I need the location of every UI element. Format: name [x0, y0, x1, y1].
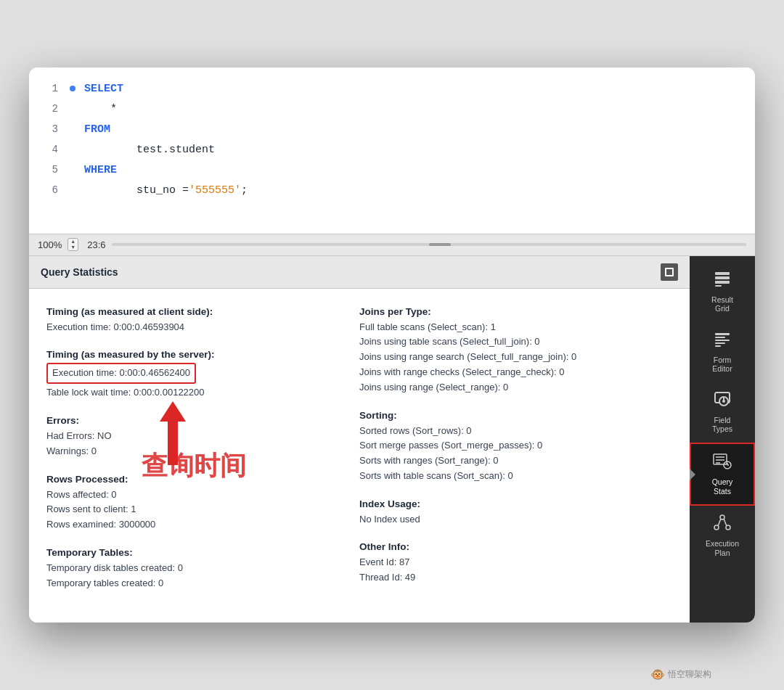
temp-tables-created: Temporary tables created: 0 — [46, 576, 342, 591]
line-number-1: 1 — [41, 81, 58, 96]
code-line-3: 3 FROM — [29, 120, 755, 140]
code-semicolon: ; — [241, 182, 248, 200]
svg-line-24 — [724, 519, 727, 526]
errors-warnings: Warnings: 0 — [46, 444, 342, 459]
svg-line-23 — [718, 519, 721, 526]
keyword-where: WHERE — [84, 162, 117, 179]
sorting-ranges: Sorts with ranges (Sort_range): 0 — [359, 453, 655, 469]
stats-joins: Joins per Type: Full table scans (Select… — [359, 306, 672, 395]
scrollbar-thumb[interactable] — [429, 243, 451, 246]
zoom-up[interactable]: ▲ — [68, 239, 78, 245]
keyword-from: FROM — [84, 121, 110, 139]
svg-rect-1 — [715, 276, 730, 279]
exec-plan-icon — [714, 514, 731, 535]
execution-time-highlight-box: Execution time: 0:00:0.46562400 — [46, 363, 196, 384]
svg-rect-6 — [715, 340, 730, 341]
active-indicator — [690, 469, 695, 480]
field-types-label: FieldTypes — [712, 416, 732, 434]
zoom-level: 100% — [38, 239, 62, 250]
index-title: Index Usage: — [359, 498, 655, 509]
sidebar-item-form-editor[interactable]: FormEditor — [690, 322, 755, 382]
code-editor[interactable]: 1 SELECT 2 * 3 FROM 4 test.student 5 WH — [29, 67, 755, 234]
stats-index-usage: Index Usage: No Index used — [359, 498, 672, 527]
joins-range-search: Joins using range search (Select_full_ra… — [359, 350, 655, 365]
panel-toggle-button[interactable] — [661, 263, 678, 281]
code-line-5: 5 WHERE — [29, 160, 755, 181]
stats-timing-server: Timing (as measured by the server): Exec… — [46, 349, 359, 401]
code-line-6: 6 stu_no = '555555'; — [29, 181, 755, 201]
main-content-area: Query Statistics Timing (as measured at … — [29, 256, 755, 623]
right-sidebar: ResultGrid FormEditor — [690, 256, 755, 623]
stats-right-column: Joins per Type: Full table scans (Select… — [359, 306, 672, 606]
temp-tables-title: Temporary Tables: — [46, 547, 342, 558]
index-no-index: No Index used — [359, 512, 655, 527]
sidebar-item-result-grid[interactable]: ResultGrid — [690, 262, 755, 322]
line-number-6: 6 — [41, 182, 58, 198]
line-number-3: 3 — [41, 121, 58, 137]
line-number-5: 5 — [41, 162, 58, 178]
result-grid-icon — [714, 271, 731, 291]
joins-range-check: Joins with range checks (Select_range_ch… — [359, 365, 655, 380]
query-stats-label: QueryStats — [712, 477, 733, 496]
result-grid-label: ResultGrid — [711, 295, 733, 313]
execution-plan-label: ExecutionPlan — [706, 539, 739, 557]
svg-rect-0 — [715, 272, 730, 275]
rows-examined: Rows examined: 3000000 — [46, 517, 342, 533]
stats-panel-title: Query Statistics — [41, 266, 118, 278]
sorting-table-scans: Sorts with table scans (Sort_scan): 0 — [359, 469, 655, 484]
stats-body: Timing (as measured at client side): Exe… — [29, 289, 690, 623]
zoom-stepper[interactable]: ▲ ▼ — [68, 238, 78, 251]
timing-client-exec: Execution time: 0:00:0.46593904 — [46, 320, 342, 335]
svg-rect-5 — [715, 337, 725, 338]
form-editor-label: FormEditor — [712, 356, 732, 374]
errors-title: Errors: — [46, 415, 342, 426]
other-event-id: Event Id: 87 — [359, 555, 655, 570]
stats-panel-header: Query Statistics — [29, 256, 690, 289]
sidebar-item-execution-plan[interactable]: ExecutionPlan — [690, 506, 755, 566]
timing-server-lock: Table lock wait time: 0:00:0.00122200 — [46, 385, 342, 401]
stats-sorting: Sorting: Sorted rows (Sort_rows): 0 Sort… — [359, 410, 672, 484]
horizontal-scrollbar[interactable] — [112, 243, 747, 246]
rows-affected: Rows affected: 0 — [46, 488, 342, 503]
joins-full-join: Joins using table scans (Select_full_joi… — [359, 334, 655, 350]
sorting-merge-passes: Sort merge passes (Sort_merge_passes): 0 — [359, 438, 655, 453]
code-line-4: 4 test.student — [29, 140, 755, 160]
stats-timing-client: Timing (as measured at client side): Exe… — [46, 306, 359, 335]
panel-toggle-icon — [665, 268, 674, 276]
form-editor-icon — [714, 331, 731, 351]
svg-rect-4 — [715, 333, 730, 335]
field-types-icon — [714, 391, 731, 411]
errors-had: Had Errors: NO — [46, 429, 342, 444]
code-condition-value: '555555' — [189, 182, 241, 200]
breakpoint-dot[interactable] — [70, 86, 75, 91]
line-number-2: 2 — [41, 101, 58, 117]
code-line-2: 2 * — [29, 99, 755, 120]
other-info-title: Other Info: — [359, 541, 655, 552]
rows-sent: Rows sent to client: 1 — [46, 502, 342, 517]
zoom-down[interactable]: ▼ — [68, 245, 78, 250]
cursor-position: 23:6 — [87, 239, 105, 250]
code-line-1: 1 SELECT — [29, 79, 755, 99]
sorting-sorted-rows: Sorted rows (Sort_rows): 0 — [359, 424, 655, 439]
svg-rect-8 — [715, 345, 721, 347]
timing-server-title: Timing (as measured by the server): — [46, 349, 342, 360]
rows-title: Rows Processed: — [46, 474, 342, 485]
svg-rect-2 — [715, 281, 730, 284]
sidebar-item-query-stats[interactable]: QueryStats — [690, 443, 755, 506]
stats-rows-processed: Rows Processed: Rows affected: 0 Rows se… — [46, 474, 359, 533]
code-condition-field: stu_no = — [84, 182, 189, 200]
line-number-4: 4 — [41, 141, 58, 157]
sidebar-item-field-types[interactable]: FieldTypes — [690, 382, 755, 443]
stats-temp-tables: Temporary Tables: Temporary disk tables … — [46, 547, 359, 591]
joins-full-scan: Full table scans (Select_scan): 1 — [359, 320, 655, 335]
joins-title: Joins per Type: — [359, 306, 655, 317]
svg-rect-7 — [715, 342, 725, 344]
timing-client-title: Timing (as measured at client side): — [46, 306, 342, 317]
stats-other-info: Other Info: Event Id: 87 Thread Id: 49 — [359, 541, 672, 586]
other-thread-id: Thread Id: 49 — [359, 570, 655, 586]
code-table: test.student — [84, 141, 215, 159]
temp-disk-tables: Temporary disk tables created: 0 — [46, 561, 342, 576]
timing-server-exec-highlighted: Execution time: 0:00:0.46562400 — [46, 363, 342, 385]
code-star: * — [84, 101, 117, 118]
status-bar: 100% ▲ ▼ 23:6 — [29, 234, 755, 256]
